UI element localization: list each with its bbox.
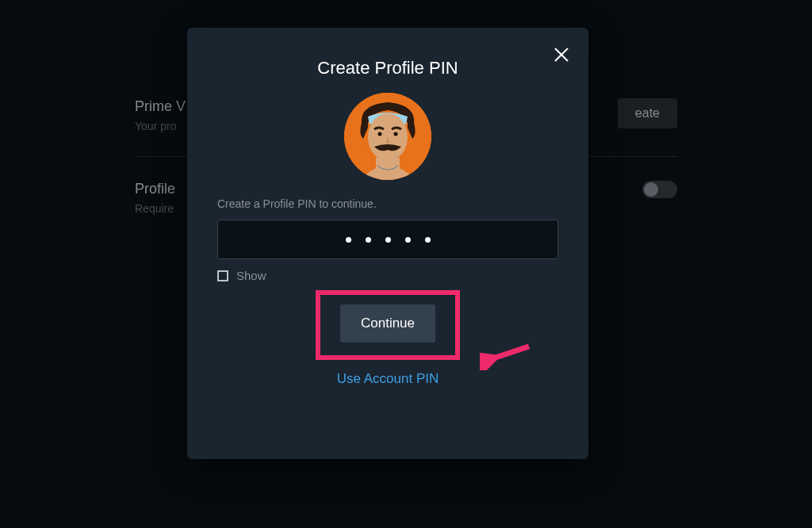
pin-dot <box>346 237 351 243</box>
modal-instruction: Create a Profile PIN to continue. <box>217 197 558 210</box>
use-account-pin-link[interactable]: Use Account PIN <box>217 371 558 387</box>
profile-avatar <box>344 93 431 180</box>
avatar-container <box>217 93 558 180</box>
show-pin-label: Show <box>236 269 266 282</box>
continue-button[interactable]: Continue <box>340 304 435 342</box>
svg-point-4 <box>378 132 382 136</box>
pin-dot <box>366 237 371 243</box>
show-pin-checkbox[interactable] <box>217 270 228 281</box>
pin-dot <box>405 237 411 243</box>
close-button[interactable] <box>549 42 574 67</box>
pin-dot <box>385 237 391 243</box>
pin-input[interactable] <box>217 220 558 259</box>
show-pin-row: Show <box>217 269 558 282</box>
create-pin-modal: Create Profile PIN <box>187 28 588 459</box>
modal-title: Create Profile PIN <box>217 58 558 78</box>
close-icon <box>552 45 571 64</box>
pin-dot <box>425 237 431 243</box>
continue-button-label: Continue <box>361 316 415 331</box>
continue-container: Continue <box>217 304 558 342</box>
svg-point-5 <box>394 132 398 136</box>
